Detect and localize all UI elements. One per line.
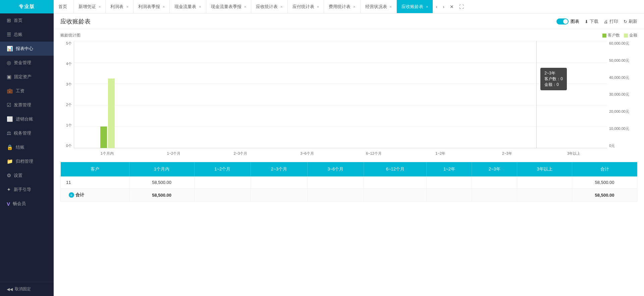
tab-home[interactable]: 首页 [54, 0, 74, 13]
td-y23 [472, 177, 517, 189]
sidebar-item-general-ledger[interactable]: ☰ 总账 [0, 28, 54, 42]
sidebar-item-invoice[interactable]: ☑ 发票管理 [0, 98, 54, 112]
tab-profit[interactable]: 利润表 × [106, 0, 133, 13]
sidebar-item-reports[interactable]: 📊 报表中心 [0, 42, 54, 56]
sidebar-item-closing[interactable]: 🔒 结账 [0, 140, 54, 154]
td-total-m1: 58,500.00 [129, 189, 194, 202]
td-y12 [427, 177, 472, 189]
y-right-label-3: 30,000.00元 [609, 92, 637, 97]
refresh-label: 刷新 [629, 18, 637, 24]
tab-next-btn[interactable]: › [440, 0, 447, 13]
th-customer: 客户 [61, 162, 129, 177]
download-button[interactable]: ⬇ 下载 [585, 18, 598, 24]
sidebar-item-label: 固定资产 [14, 74, 32, 80]
th-y23: 2~3年 [472, 162, 517, 177]
tab-ar-aging[interactable]: 应收账龄表 × [397, 0, 433, 13]
td-total-y23 [472, 189, 517, 202]
x-label-7: 2~3年 [474, 151, 541, 156]
tab-new-voucher[interactable]: 新增凭证 × [74, 0, 106, 13]
sidebar-item-label: 进销台账 [16, 116, 33, 122]
tab-ar-stats[interactable]: 应收统计表 × [251, 0, 287, 13]
tab-close-icon[interactable]: × [280, 5, 282, 9]
chart-xaxis: 1个月内 1~2个月 2~3个月 3~6个月 6~12个月 1~2年 2~3年 … [74, 148, 607, 158]
tab-cashflow[interactable]: 现金流量表 × [170, 0, 206, 13]
th-m23: 2~3个月 [251, 162, 308, 177]
page-content: 应收账龄表 图表 ⬇ 下载 🖨 打印 ↻ 刷新 [54, 13, 644, 296]
x-label-2: 1~2个月 [141, 151, 207, 156]
sidebar-pin-toggle[interactable]: ◀◀ 取消固定 [0, 282, 54, 296]
y-right-label-2: 20,000.00元 [609, 109, 637, 114]
sidebar-item-member[interactable]: V 畅会员 [0, 197, 54, 211]
y-right-label-1: 10,000.00元 [609, 126, 637, 131]
tab-close-icon[interactable]: × [126, 5, 128, 9]
page-header: 应收账龄表 图表 ⬇ 下载 🖨 打印 ↻ 刷新 [54, 13, 644, 29]
sidebar-item-guide[interactable]: ✦ 新手引导 [0, 183, 54, 197]
tab-close-icon[interactable]: × [163, 5, 165, 9]
bar-group-7 [474, 41, 541, 148]
tab-close-icon[interactable]: × [317, 5, 319, 9]
legend-customers: 客户数 [602, 33, 620, 38]
tab-operations[interactable]: 经营状况表 × [361, 0, 397, 13]
tab-close-icon[interactable]: × [353, 5, 355, 9]
sidebar-item-salary[interactable]: 💼 工资 [0, 84, 54, 98]
tab-fullscreen-btn[interactable]: ⛶ [457, 0, 467, 13]
sidebar-item-settings[interactable]: ⚙ 设置 [0, 168, 54, 183]
sidebar-item-fixed-assets[interactable]: ▣ 固定资产 [0, 70, 54, 84]
tab-label: 现金流量表 [174, 4, 196, 10]
sidebar-item-home[interactable]: ⊞ 首页 [0, 13, 54, 28]
salary-icon: 💼 [7, 88, 13, 94]
chart-bars [74, 41, 607, 148]
sidebar-item-archive[interactable]: 📁 归档管理 [0, 154, 54, 168]
print-icon: 🖨 [604, 19, 608, 24]
tab-cashflow-quarterly[interactable]: 现金流量表季报 × [206, 0, 251, 13]
assets-icon: ▣ [7, 74, 11, 80]
member-icon: V [7, 201, 10, 207]
sidebar-item-inventory[interactable]: ⬜ 进销台账 [0, 112, 54, 126]
data-table: 客户 1个月内 1~2个月 2~3个月 3~6个月 6~12个月 1~2年 2~… [60, 162, 637, 202]
td-m23 [251, 177, 308, 189]
td-m36 [307, 177, 364, 189]
tab-close-icon[interactable]: × [99, 5, 101, 9]
tab-close-icon[interactable]: × [199, 5, 201, 9]
download-icon: ⬇ [585, 19, 588, 24]
reports-icon: 📊 [7, 46, 13, 52]
td-m12 [194, 177, 251, 189]
sidebar-item-label: 畅会员 [13, 201, 26, 207]
refresh-button[interactable]: ↻ 刷新 [624, 18, 637, 24]
chart-toggle[interactable] [556, 18, 569, 24]
tab-label: 应收统计表 [256, 4, 278, 10]
tab-close-icon[interactable]: × [426, 5, 428, 9]
tab-close-icon[interactable]: × [390, 5, 392, 9]
refresh-icon: ↻ [624, 19, 627, 24]
legend-customers-label: 客户数 [608, 33, 620, 38]
tab-ap-stats[interactable]: 应付统计表 × [288, 0, 324, 13]
td-total-y3plus [517, 189, 572, 202]
settings-icon: ⚙ [7, 172, 11, 179]
tab-expense-stats[interactable]: 费用统计表 × [324, 0, 360, 13]
th-m612: 6~12个月 [364, 162, 427, 177]
sidebar-item-funds[interactable]: ◎ 资金管理 [0, 56, 54, 70]
tab-profit-quarterly[interactable]: 利润表季报 × [133, 0, 170, 13]
tab-prev-btn[interactable]: ‹ [433, 0, 440, 13]
guide-icon: ✦ [7, 187, 11, 193]
tab-close-icon[interactable]: × [244, 5, 246, 9]
td-total-label: ≡ 合计 [61, 189, 129, 202]
td-m612 [364, 177, 427, 189]
td-y3plus [517, 177, 572, 189]
x-label-6: 1~2年 [407, 151, 474, 156]
tab-label: 利润表 [110, 4, 123, 10]
download-label: 下载 [590, 18, 598, 24]
td-customer: 11 [61, 177, 129, 189]
print-button[interactable]: 🖨 打印 [604, 18, 618, 24]
legend-amount-dot [624, 34, 628, 38]
chart-area: 账龄统计图 客户数 金额 5个 4个 3个 2个 1个 [60, 33, 637, 158]
y-label-1: 1个 [60, 123, 72, 128]
sidebar-item-tax[interactable]: ⚖ 税务管理 [0, 126, 54, 140]
td-total-m12 [194, 189, 251, 202]
tab-close-all-btn[interactable]: ✕ [447, 0, 457, 13]
chart-toggle-group[interactable]: 图表 [556, 18, 579, 24]
y-label-2: 2个 [60, 102, 72, 107]
sidebar: 专业版 ⊞ 首页 ☰ 总账 📊 报表中心 ◎ 资金管理 ▣ 固定资产 💼 工资 … [0, 0, 54, 296]
sidebar-item-label: 首页 [14, 17, 22, 23]
legend-amount: 金额 [624, 33, 637, 38]
